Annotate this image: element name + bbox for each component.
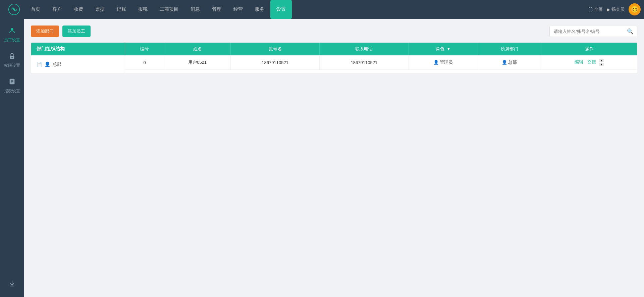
file-icon: 📄 — [37, 62, 42, 67]
dept-header: 部门组织结构 — [31, 43, 125, 55]
fullscreen-label: 全屏 — [594, 6, 603, 12]
top-nav: 首页 客户 收费 票据 记账 报税 工商项目 消息 管理 经营 服务 设置 ⛶ … — [0, 0, 644, 19]
search-icon: 🔍 — [627, 29, 634, 34]
permission-icon — [8, 52, 16, 61]
filter-icon: ▼ — [447, 47, 450, 51]
person-icon: 👤 — [44, 61, 51, 67]
sidebar: 员工设置 权限设置 报税设置 — [0, 19, 24, 297]
sidebar-permission-label: 权限设置 — [4, 63, 20, 68]
sidebar-bottom — [8, 275, 16, 294]
left-panel: 部门组织结构 📄 👤 总部 — [31, 43, 125, 73]
search-box: 🔍 — [549, 26, 637, 37]
employee-table: 编号 姓名 账号名 联系电话 角色 ▼ 所属部门 操作 0 — [125, 43, 637, 70]
search-button[interactable]: 🔍 — [624, 26, 637, 37]
cell-id: 0 — [125, 55, 164, 70]
sidebar-taxsetting-label: 报税设置 — [4, 88, 20, 94]
avatar[interactable]: 😊 — [629, 3, 641, 15]
toolbar: 添加部门 添加员工 🔍 — [31, 26, 637, 37]
nav-charge[interactable]: 收费 — [68, 0, 89, 19]
cell-account: 18679110521 — [230, 55, 319, 70]
fullscreen-btn[interactable]: ⛶ 全屏 — [588, 6, 603, 12]
member-icon: ▶ — [607, 7, 610, 12]
sidebar-download[interactable] — [8, 275, 16, 294]
table-row: 0 用户0521 18679110521 18679110521 👤管理员 👤总… — [125, 55, 637, 70]
col-action: 操作 — [541, 43, 637, 55]
nav-settings[interactable]: 设置 — [270, 0, 292, 19]
nav-home[interactable]: 首页 — [25, 0, 46, 19]
nav-bookkeeping[interactable]: 记账 — [111, 0, 132, 19]
cell-phone: 18679110521 — [320, 55, 409, 70]
nav-manage[interactable]: 管理 — [206, 0, 227, 19]
svg-point-1 — [13, 8, 15, 10]
right-panel: 编号 姓名 账号名 联系电话 角色 ▼ 所属部门 操作 0 — [125, 43, 637, 73]
nav-service[interactable]: 服务 — [249, 0, 270, 19]
dept-item-headquarter[interactable]: 📄 👤 总部 — [31, 59, 125, 70]
download-icon — [8, 280, 16, 289]
nav-tax[interactable]: 报税 — [132, 0, 154, 19]
content-area: 部门组织结构 📄 👤 总部 编号 姓名 账号名 联系电话 — [31, 42, 637, 74]
cell-dept: 👤总部 — [478, 55, 541, 70]
employee-icon — [8, 27, 16, 36]
sidebar-item-employee[interactable]: 员工设置 — [0, 22, 24, 48]
scroll-up-arrow[interactable]: ▲ — [599, 59, 604, 62]
main-content: 添加部门 添加员工 🔍 部门组织结构 📄 👤 总部 — [24, 19, 644, 297]
nav-right: ⛶ 全屏 ▶ 畅会员 😊 — [588, 3, 641, 15]
col-dept: 所属部门 — [478, 43, 541, 55]
nav-customer[interactable]: 客户 — [46, 0, 68, 19]
table-header-row: 编号 姓名 账号名 联系电话 角色 ▼ 所属部门 操作 — [125, 43, 637, 55]
nav-invoice[interactable]: 票据 — [89, 0, 111, 19]
role-icon: 👤 — [433, 60, 439, 65]
svg-point-2 — [11, 28, 13, 31]
fullscreen-icon: ⛶ — [588, 7, 593, 12]
add-dept-button[interactable]: 添加部门 — [31, 26, 59, 37]
svg-rect-9 — [10, 286, 15, 286]
dept-icon: 👤 — [502, 60, 507, 65]
edit-link[interactable]: 编辑 — [575, 59, 583, 64]
nav-operation[interactable]: 经营 — [227, 0, 249, 19]
col-phone: 联系电话 — [320, 43, 409, 55]
role-header-label: 角色 — [436, 46, 444, 51]
col-id: 编号 — [125, 43, 164, 55]
search-input[interactable] — [550, 27, 624, 36]
taxsetting-icon — [8, 78, 16, 87]
svg-point-4 — [11, 57, 13, 58]
cell-actions: 编辑 交接 ▲ ▼ — [541, 55, 637, 70]
col-name: 姓名 — [164, 43, 231, 55]
add-employee-button[interactable]: 添加员工 — [62, 26, 91, 37]
member-label: 畅会员 — [611, 6, 625, 12]
transfer-link[interactable]: 交接 — [587, 59, 596, 64]
scroll-down-arrow[interactable]: ▼ — [599, 63, 604, 66]
logo — [3, 0, 25, 19]
sidebar-item-taxsetting[interactable]: 报税设置 — [0, 73, 24, 99]
dept-tree: 📄 👤 总部 — [31, 55, 125, 73]
cell-role: 👤管理员 — [409, 55, 478, 70]
sidebar-item-permission[interactable]: 权限设置 — [0, 48, 24, 73]
col-account: 账号名 — [230, 43, 319, 55]
dept-name: 总部 — [53, 61, 61, 67]
nav-bizproject[interactable]: 工商项目 — [154, 0, 184, 19]
col-role[interactable]: 角色 ▼ — [409, 43, 478, 55]
sidebar-employee-label: 员工设置 — [4, 37, 20, 43]
cell-name: 用户0521 — [164, 55, 231, 70]
member-btn[interactable]: ▶ 畅会员 — [607, 6, 625, 12]
nav-message[interactable]: 消息 — [184, 0, 206, 19]
nav-items: 首页 客户 收费 票据 记账 报税 工商项目 消息 管理 经营 服务 设置 — [25, 0, 588, 19]
